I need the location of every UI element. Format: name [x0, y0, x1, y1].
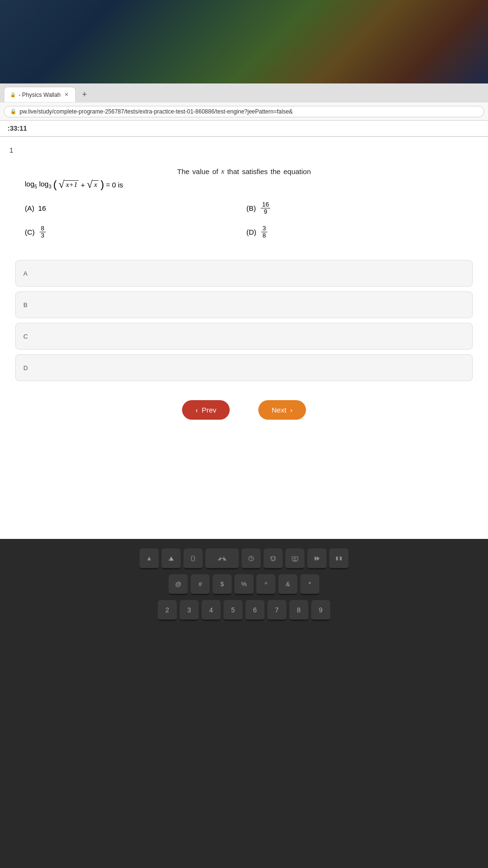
key-6[interactable]: 6: [245, 600, 264, 621]
active-tab[interactable]: 🔒 - Physics Wallah ✕: [4, 87, 76, 102]
equation-line: log5 log3 ( √ x+1 + √ x ) = 0 is: [15, 177, 473, 197]
address-bar[interactable]: 🔒 pw.live/study/complete-programe-256787…: [4, 106, 484, 117]
key-8[interactable]: 8: [289, 600, 308, 621]
answer-option-b[interactable]: B: [15, 291, 473, 318]
key-dollar[interactable]: $: [213, 574, 232, 595]
svg-marker-23: [224, 557, 226, 560]
option-d-letter: D: [23, 364, 30, 372]
svg-rect-37: [340, 557, 342, 560]
key-at[interactable]: @: [169, 574, 188, 595]
desktop-wallpaper: [0, 0, 488, 83]
content-area: 1 The value of x that satisfies the equa…: [0, 137, 488, 539]
address-text: pw.live/study/complete-programe-256787/t…: [20, 108, 293, 115]
svg-marker-35: [315, 556, 320, 561]
prev-button[interactable]: ‹ Prev: [182, 400, 230, 420]
choice-d-display: (D) 3 8: [246, 225, 463, 239]
address-lock-icon: 🔒: [10, 108, 17, 114]
tab-bar: 🔒 - Physics Wallah ✕ +: [0, 83, 488, 103]
keyboard-row-symbols: @ # $ % ^ & *: [5, 574, 483, 595]
key-ampersand[interactable]: &: [278, 574, 297, 595]
next-button[interactable]: Next ›: [258, 400, 306, 420]
sqrt-x-plus-1: √ x+1: [59, 179, 79, 190]
svg-marker-16: [171, 557, 173, 560]
answer-option-d[interactable]: D: [15, 354, 473, 381]
answer-options: A B C D: [8, 255, 480, 386]
keyboard-row-fn: [5, 548, 483, 569]
option-a-letter: A: [23, 270, 30, 277]
tab-close-button[interactable]: ✕: [63, 92, 70, 98]
prev-label: Prev: [202, 406, 216, 414]
key-f5[interactable]: [242, 548, 261, 569]
key-4[interactable]: 4: [202, 600, 221, 621]
tab-title: - Physics Wallah: [19, 92, 61, 98]
prev-arrow-icon: ‹: [195, 406, 198, 414]
question-intro: The value of x that satisfies the equati…: [15, 167, 473, 176]
key-f9[interactable]: [329, 548, 348, 569]
svg-rect-36: [336, 557, 338, 560]
sqrt-x: √ x: [87, 179, 99, 190]
svg-marker-15: [169, 557, 171, 560]
question-box: The value of x that satisfies the equati…: [11, 160, 477, 250]
key-f2[interactable]: [162, 548, 181, 569]
key-percent[interactable]: %: [234, 574, 254, 595]
key-5[interactable]: 5: [224, 600, 243, 621]
answer-option-c[interactable]: C: [15, 323, 473, 350]
timer-bar: :33:11: [0, 121, 488, 136]
svg-point-28: [271, 557, 273, 558]
question-number: 1: [8, 146, 480, 154]
keyboard-row-numbers: 2 3 4 5 6 7 8 9: [5, 600, 483, 621]
key-hash[interactable]: #: [191, 574, 210, 595]
next-label: Next: [272, 406, 286, 414]
key-7[interactable]: 7: [267, 600, 286, 621]
key-f3[interactable]: [183, 548, 203, 569]
new-tab-button[interactable]: +: [78, 88, 91, 101]
svg-rect-18: [192, 556, 194, 561]
option-c-letter: C: [23, 333, 30, 340]
key-f1[interactable]: [140, 548, 159, 569]
answer-option-a[interactable]: A: [15, 260, 473, 287]
key-9[interactable]: 9: [311, 600, 330, 621]
key-3[interactable]: 3: [180, 600, 199, 621]
svg-rect-30: [292, 557, 298, 560]
browser-window: 🔒 - Physics Wallah ✕ + 🔒 pw.live/study/c…: [0, 83, 488, 137]
nav-buttons: ‹ Prev Next ›: [8, 391, 480, 429]
key-2[interactable]: 2: [158, 600, 177, 621]
keyboard-area: @ # $ % ^ & * 2 3 4 5 6 7 8 9: [0, 539, 488, 847]
choice-c-display: (C) 8 3: [25, 225, 242, 239]
svg-marker-21: [218, 557, 221, 560]
choices-row: (A) 16 (B) 16 9 (C) 8 3: [15, 197, 473, 243]
tab-lock-icon: 🔒: [10, 92, 16, 97]
next-arrow-icon: ›: [290, 406, 293, 414]
option-b-letter: B: [23, 301, 30, 309]
address-bar-row: 🔒 pw.live/study/complete-programe-256787…: [0, 103, 488, 121]
key-asterisk[interactable]: *: [300, 574, 319, 595]
key-caret[interactable]: ^: [256, 574, 275, 595]
choice-a-display: (A) 16: [25, 201, 242, 216]
key-f8[interactable]: [307, 548, 326, 569]
svg-point-29: [274, 557, 275, 558]
svg-marker-14: [147, 557, 151, 560]
key-f7[interactable]: [285, 548, 305, 569]
laptop-screen: 🔒 - Physics Wallah ✕ + 🔒 pw.live/study/c…: [0, 0, 488, 539]
choice-b-display: (B) 16 9: [246, 201, 463, 216]
timer-display: :33:11: [8, 124, 27, 132]
key-f4[interactable]: [205, 548, 239, 569]
key-f6[interactable]: [264, 548, 283, 569]
